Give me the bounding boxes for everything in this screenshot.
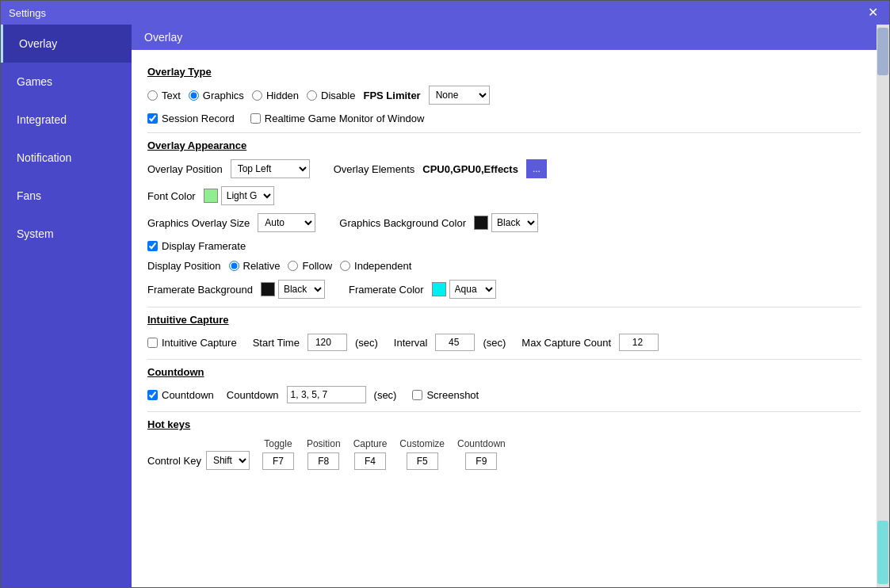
scrollbar-bottom-accent [877, 521, 888, 584]
overlay-size-label: Graphics Overlay Size [147, 217, 250, 229]
overlay-elements-button[interactable]: ... [526, 159, 547, 178]
radio-graphics-label[interactable]: Graphics [189, 90, 244, 101]
bg-color-select[interactable]: BlackWhiteGray [491, 213, 538, 232]
font-color-select-wrapper: Light GWhiteRedBlue [204, 186, 274, 205]
font-color-row: Font Color Light GWhiteRedBlue [147, 186, 861, 205]
interval-unit: (sec) [483, 337, 506, 349]
title-bar: Settings ✕ [1, 1, 889, 25]
framerate-color-swatch [432, 282, 446, 296]
overlay-size-row: Graphics Overlay Size AutoSmallMediumLar… [147, 213, 861, 232]
intuitive-capture-checkbox[interactable] [147, 338, 158, 348]
position-input[interactable] [307, 452, 339, 470]
sidebar-item-games[interactable]: Games [1, 63, 132, 101]
countdown-unit: (sec) [374, 389, 397, 401]
realtime-monitor-label[interactable]: Realtime Game Monitor of Window [250, 113, 425, 124]
radio-disable[interactable] [307, 90, 317, 101]
sidebar-item-overlay[interactable]: Overlay [1, 25, 132, 63]
sidebar-item-integrated[interactable]: Integrated [1, 101, 132, 139]
font-color-select[interactable]: Light GWhiteRedBlue [221, 186, 274, 205]
display-position-label: Display Position [147, 260, 221, 272]
radio-relative-label[interactable]: Relative [229, 260, 281, 272]
start-time-label: Start Time [253, 337, 300, 349]
radio-text-label[interactable]: Text [147, 90, 181, 101]
display-position-row: Display Position Relative Follow Indepen… [147, 260, 861, 272]
customize-label: Customize [399, 438, 445, 449]
screenshot-label[interactable]: Screenshot [412, 389, 479, 401]
customize-input[interactable] [407, 452, 438, 470]
start-time-input[interactable] [307, 334, 347, 351]
interval-input[interactable] [435, 334, 475, 351]
customize-col: Customize [399, 438, 445, 470]
settings-window: Settings ✕ Overlay Games Integrated Noti… [0, 0, 890, 588]
close-button[interactable]: ✕ [865, 6, 881, 19]
toggle-col: Toggle [262, 438, 294, 470]
control-key-select[interactable]: ShiftCtrlAlt [206, 451, 250, 470]
hotkey-countdown-label: Countdown [457, 438, 506, 449]
capture-label: Capture [353, 438, 388, 449]
intuitive-capture-title: Intuitive Capture [147, 314, 861, 326]
content-header: Overlay [132, 25, 877, 50]
sidebar: Overlay Games Integrated Notification Fa… [1, 25, 132, 587]
overlay-type-row: Text Graphics Hidden Disable FPS Limit [147, 86, 861, 105]
hotkey-countdown-input[interactable] [465, 452, 497, 470]
sidebar-item-system[interactable]: System [1, 215, 132, 253]
position-col: Position [307, 438, 341, 470]
sidebar-item-notification[interactable]: Notification [1, 139, 132, 177]
intuitive-capture-label[interactable]: Intuitive Capture [147, 337, 237, 349]
fps-limiter-select[interactable]: None30 FPS60 FPS120 FPS [429, 86, 490, 105]
scrollbar-thumb[interactable] [877, 28, 888, 75]
display-framerate-row: Display Framerate [147, 240, 861, 252]
divider-1 [147, 132, 861, 133]
framerate-bg-select[interactable]: BlackWhiteGray [278, 280, 325, 299]
radio-graphics[interactable] [189, 90, 199, 101]
control-key-row-item: Control Key ShiftCtrlAlt [147, 451, 250, 470]
toggle-input[interactable] [262, 452, 294, 470]
overlay-appearance-title: Overlay Appearance [147, 139, 861, 151]
radio-relative[interactable] [229, 261, 239, 271]
divider-2 [147, 307, 861, 307]
radio-independent[interactable] [340, 261, 350, 271]
fps-limiter-label: FPS Limiter [363, 90, 420, 101]
sidebar-item-fans[interactable]: Fans [1, 177, 132, 215]
intuitive-capture-row: Intuitive Capture Start Time (sec) Inter… [147, 334, 861, 351]
radio-text[interactable] [147, 90, 158, 101]
screenshot-checkbox[interactable] [412, 390, 422, 400]
framerate-bg-swatch [261, 282, 275, 296]
overlay-size-select[interactable]: AutoSmallMediumLarge [258, 213, 315, 232]
radio-follow[interactable] [288, 261, 298, 271]
radio-hidden[interactable] [252, 90, 262, 101]
session-record-checkbox[interactable] [147, 113, 158, 124]
radio-disable-label[interactable]: Disable [307, 90, 355, 101]
countdown-checkbox[interactable] [147, 390, 158, 400]
position-label: Position [307, 438, 341, 449]
scrollbar[interactable] [877, 25, 889, 587]
countdown-title: Countdown [147, 366, 861, 378]
overlay-type-title: Overlay Type [147, 66, 861, 78]
overlay-position-label: Overlay Position [147, 163, 223, 175]
toggle-label: Toggle [264, 438, 292, 449]
max-capture-label: Max Capture Count [521, 337, 611, 349]
display-framerate-checkbox[interactable] [147, 241, 158, 251]
radio-follow-label[interactable]: Follow [288, 260, 332, 272]
framerate-color-label: Framerate Color [349, 284, 424, 296]
content-body: Overlay Type Text Graphics Hidden [132, 50, 877, 587]
interval-label: Interval [394, 337, 428, 349]
max-capture-input[interactable] [619, 334, 659, 351]
countdown-input[interactable] [287, 386, 366, 403]
capture-col: Capture [353, 438, 388, 470]
hotkey-countdown-col: Countdown [457, 438, 506, 470]
font-color-swatch [204, 189, 218, 203]
overlay-position-select[interactable]: Top LeftTop RightBottom LeftBottom Right [231, 159, 310, 178]
countdown-checkbox-label[interactable]: Countdown [147, 389, 214, 401]
divider-3 [147, 359, 861, 360]
radio-independent-label[interactable]: Independent [340, 260, 411, 272]
bg-color-swatch [474, 216, 488, 230]
framerate-color-select[interactable]: AquaWhiteRed [449, 280, 496, 299]
radio-hidden-label[interactable]: Hidden [252, 90, 299, 101]
realtime-monitor-checkbox[interactable] [250, 113, 261, 124]
session-record-label[interactable]: Session Record [147, 113, 235, 124]
capture-input[interactable] [354, 452, 386, 470]
display-framerate-label[interactable]: Display Framerate [147, 240, 246, 252]
overlay-elements-value: CPU0,GPU0,Effects [422, 163, 518, 175]
overlay-position-row: Overlay Position Top LeftTop RightBottom… [147, 159, 861, 178]
